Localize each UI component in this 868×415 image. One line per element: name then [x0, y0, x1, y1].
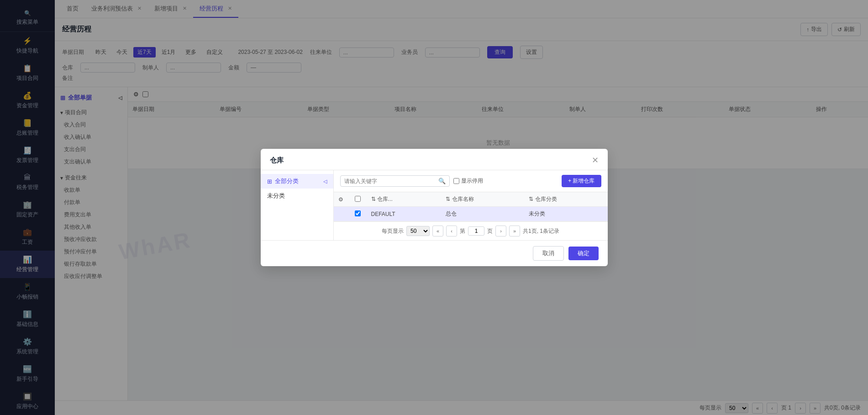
modal-show-disabled-checkbox[interactable] — [453, 178, 459, 184]
modal-toolbar: 🔍 显示停用 + 新增仓库 — [334, 170, 608, 192]
modal-page-size-select[interactable]: 50 100 — [406, 226, 430, 236]
modal-header: 仓库 ✕ — [261, 149, 608, 170]
modal-per-page-label: 每页显示 — [382, 227, 404, 235]
modal-next-btn[interactable]: › — [495, 226, 506, 236]
modal-overlay[interactable]: 仓库 ✕ ⊞ 全部分类 ◁ 未分类 🔍 — [0, 0, 868, 415]
row-id-cell: DEFAULT — [367, 207, 442, 221]
modal-confirm-button[interactable]: 确定 — [568, 247, 599, 260]
modal-close-button[interactable]: ✕ — [592, 155, 599, 165]
modal-table: ⚙ ⇅ 仓库... ⇅ — [334, 192, 608, 221]
row-name-cell: 总仓 — [441, 207, 524, 221]
modal-page-prefix: 第 — [460, 227, 465, 235]
modal-page-input[interactable] — [468, 226, 484, 236]
modal-col-index: ⇅ 仓库... — [367, 192, 442, 207]
modal-last-btn[interactable]: » — [509, 226, 520, 236]
modal-total-label: 共1页, 1条记录 — [523, 227, 559, 235]
modal-left-all-category[interactable]: ⊞ 全部分类 ◁ — [261, 174, 333, 189]
modal-pagination: 每页显示 50 100 « ‹ 第 页 › » 共1页, 1条记录 — [334, 221, 608, 240]
modal-col-checkbox — [350, 192, 367, 207]
modal-body: ⊞ 全部分类 ◁ 未分类 🔍 显示停用 — [261, 170, 608, 240]
modal-page-label: 页 — [487, 227, 493, 235]
table-row[interactable]: DEFAULT 总仓 未分类 — [334, 207, 608, 221]
row-category-cell: 未分类 — [524, 207, 607, 221]
sort-icon-index: ⇅ — [371, 196, 376, 202]
row-checkbox-cell — [350, 207, 367, 221]
modal-select-all-checkbox[interactable] — [355, 196, 361, 202]
modal-col-gear: ⚙ — [334, 192, 350, 207]
modal-unclassified-label: 未分类 — [267, 192, 285, 200]
modal-cancel-button[interactable]: 取消 — [533, 246, 564, 261]
row-gear-cell — [334, 207, 350, 221]
sort-icon-name: ⇅ — [446, 196, 450, 202]
modal-prev-btn[interactable]: ‹ — [446, 226, 457, 236]
modal-title: 仓库 — [270, 156, 284, 165]
modal-warehouse: 仓库 ✕ ⊞ 全部分类 ◁ 未分类 🔍 — [261, 149, 608, 266]
modal-show-disabled-label: 显示停用 — [453, 177, 483, 185]
modal-col-category: ⇅ 仓库分类 — [524, 192, 607, 207]
row-checkbox[interactable] — [355, 210, 361, 216]
modal-search-wrap: 🔍 — [340, 175, 450, 187]
modal-first-btn[interactable]: « — [432, 226, 443, 236]
modal-table-wrap: ⚙ ⇅ 仓库... ⇅ — [334, 192, 608, 221]
modal-all-label: 全部分类 — [275, 177, 299, 185]
grid-icon-modal: ⊞ — [267, 178, 272, 185]
modal-left-panel: ⊞ 全部分类 ◁ 未分类 — [261, 170, 334, 240]
modal-search-input[interactable] — [344, 178, 437, 184]
sort-icon-cat: ⇅ — [529, 196, 533, 202]
modal-col-name: ⇅ 仓库名称 — [441, 192, 524, 207]
modal-left-unclassified[interactable]: 未分类 — [261, 189, 333, 203]
modal-add-warehouse-button[interactable]: + 新增仓库 — [562, 175, 601, 187]
gear-icon-table: ⚙ — [338, 196, 343, 203]
search-icon-modal[interactable]: 🔍 — [438, 178, 446, 184]
modal-footer: 取消 确定 — [261, 240, 608, 266]
modal-collapse-icon[interactable]: ◁ — [323, 179, 327, 184]
modal-right-panel: 🔍 显示停用 + 新增仓库 ⚙ — [334, 170, 608, 240]
